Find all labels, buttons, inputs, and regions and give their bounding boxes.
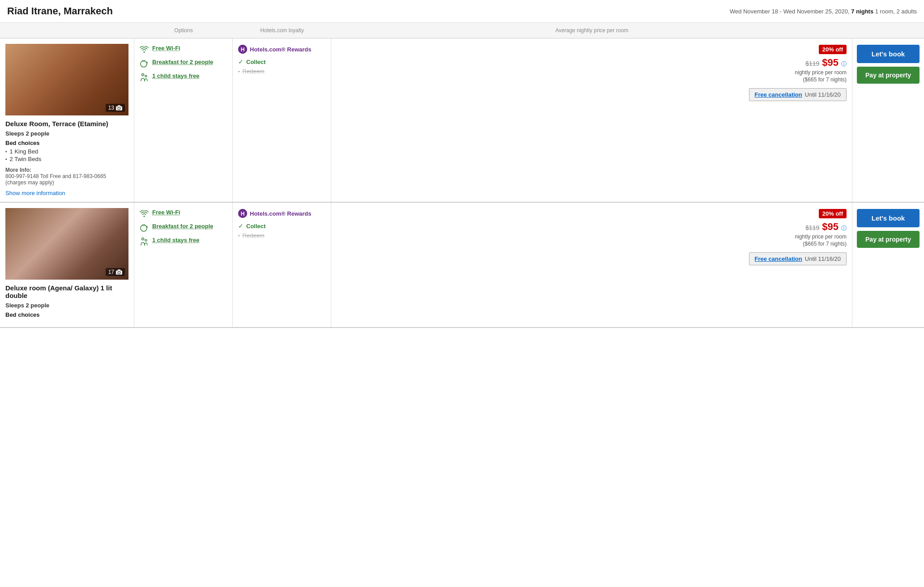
svg-rect-2 — [118, 105, 120, 106]
price-row: $119 $95 ⓘ — [805, 57, 847, 68]
book-col: Let's book Pay at property — [852, 38, 924, 202]
svg-text:H: H — [241, 211, 245, 217]
amenity-item: 1 child stays free — [140, 72, 227, 82]
collect-item: ✓ Collect — [238, 58, 325, 65]
check-icon: ✓ — [238, 222, 244, 230]
square-icon: ▪ — [238, 233, 240, 238]
price-info-icon[interactable]: ⓘ — [841, 60, 847, 68]
child-icon — [140, 73, 149, 82]
new-price: $95 — [822, 221, 838, 233]
amenity-label[interactable]: Breakfast for 2 people — [152, 223, 214, 230]
check-icon: ✓ — [238, 58, 244, 65]
lets-book-button[interactable]: Let's book — [857, 209, 920, 227]
collect-label: Collect — [246, 59, 265, 65]
bed-choices-label: Bed choices — [5, 311, 128, 318]
loyalty-col: H Hotels.com® Rewards ✓ Collect ▪ Redeem — [233, 38, 331, 202]
price-row: $119 $95 ⓘ — [805, 221, 847, 233]
amenity-item: Free Wi-Fi — [140, 209, 227, 218]
amenity-label[interactable]: Free Wi-Fi — [152, 209, 180, 216]
free-cancel-link[interactable]: Free cancellation — [755, 91, 802, 98]
collect-label: Collect — [246, 223, 265, 230]
svg-point-12 — [142, 238, 144, 240]
pay-at-property-button[interactable]: Pay at property — [857, 67, 920, 84]
price-sub1: nightly price per room — [795, 234, 847, 240]
amenity-label[interactable]: Free Wi-Fi — [152, 45, 180, 51]
col-avg-price: Average nightly price per room — [331, 26, 852, 35]
free-cancel-link[interactable]: Free cancellation — [755, 255, 802, 262]
collect-item: ✓ Collect — [238, 222, 325, 230]
book-col: Let's book Pay at property — [852, 203, 924, 327]
amenity-label[interactable]: 1 child stays free — [152, 237, 200, 243]
room-image[interactable]: 13 — [5, 44, 128, 115]
child-icon — [140, 237, 149, 246]
more-info: More Info: 800-997-9148 Toll Free and 81… — [5, 167, 128, 186]
amenity-item: Breakfast for 2 people — [140, 59, 227, 68]
old-price: $119 — [805, 224, 819, 231]
loyalty-title: Hotels.com® Rewards — [250, 46, 311, 53]
loyalty-col: H Hotels.com® Rewards ✓ Collect ▪ Redeem — [233, 203, 331, 327]
show-more-link[interactable]: Show more information — [5, 190, 65, 196]
bed-list: 1 King Bed2 Twin Beds — [5, 148, 128, 162]
cancel-date: Until 11/16/20 — [805, 255, 841, 262]
svg-text:H: H — [241, 47, 245, 53]
rooms-container: 13 Deluxe Room, Terrace (Etamine) Sleeps… — [0, 38, 924, 328]
svg-point-3 — [141, 61, 147, 67]
svg-point-4 — [142, 74, 144, 76]
cancel-date: Until 11/16/20 — [805, 91, 841, 98]
room-name: Deluxe room (Agena/ Galaxy) 1 lit double — [5, 284, 128, 299]
page-header: Riad Itrane, Marrakech Wed November 18 -… — [0, 0, 924, 23]
pay-at-property-button[interactable]: Pay at property — [857, 231, 920, 248]
room-row: 13 Deluxe Room, Terrace (Etamine) Sleeps… — [0, 38, 924, 203]
svg-point-5 — [145, 75, 147, 77]
hotel-title: Riad Itrane, Marrakech — [7, 5, 113, 17]
sleeps-label: Sleeps 2 people — [5, 130, 128, 137]
sleeps-label: Sleeps 2 people — [5, 302, 128, 309]
col-options: Options — [134, 26, 233, 35]
bed-item: 1 King Bed — [5, 148, 128, 155]
free-cancellation-box: Free cancellation Until 11/16/20 — [749, 88, 847, 101]
svg-point-13 — [145, 239, 147, 241]
redeem-item: ▪ Redeem — [238, 68, 325, 75]
options-col: Free Wi-Fi Breakfast for 2 people 1 chil… — [134, 203, 233, 327]
amenity-item: Free Wi-Fi — [140, 45, 227, 54]
lets-book-button[interactable]: Let's book — [857, 45, 920, 63]
new-price: $95 — [822, 57, 838, 68]
svg-rect-10 — [118, 269, 120, 271]
price-sub2: ($665 for 7 nights) — [803, 241, 847, 247]
redeem-label: Redeem — [243, 232, 265, 239]
price-sub1: nightly price per room — [795, 69, 847, 76]
nights-count: 7 nights — [851, 8, 873, 15]
free-cancellation-box: Free cancellation Until 11/16/20 — [749, 252, 847, 265]
wifi-icon — [140, 209, 149, 218]
photo-count: 13 — [106, 104, 125, 112]
col-book — [852, 26, 924, 35]
photo-count: 17 — [106, 268, 125, 276]
options-col: Free Wi-Fi Breakfast for 2 people 1 chil… — [134, 38, 233, 202]
amenity-label[interactable]: 1 child stays free — [152, 72, 200, 79]
col-loyalty: Hotels.com loyalty — [233, 26, 331, 35]
room-row: 17 Deluxe room (Agena/ Galaxy) 1 lit dou… — [0, 203, 924, 328]
price-col: 20% off $119 $95 ⓘ nightly price per roo… — [331, 38, 852, 202]
room-image[interactable]: 17 — [5, 208, 128, 280]
amenity-item: Breakfast for 2 people — [140, 223, 227, 232]
amenity-label[interactable]: Breakfast for 2 people — [152, 59, 214, 65]
breakfast-icon — [140, 223, 149, 232]
rewards-icon: H — [238, 209, 247, 218]
col-room — [0, 26, 134, 35]
loyalty-title: Hotels.com® Rewards — [250, 210, 311, 217]
price-col: 20% off $119 $95 ⓘ nightly price per roo… — [331, 203, 852, 327]
svg-point-11 — [141, 225, 147, 231]
wifi-icon — [140, 45, 149, 54]
bed-choices-label: Bed choices — [5, 140, 128, 146]
old-price: $119 — [805, 60, 819, 67]
room-adults: 1 room, 2 adults — [875, 8, 917, 15]
rewards-icon: H — [238, 45, 247, 54]
loyalty-header: H Hotels.com® Rewards — [238, 45, 325, 54]
price-info-icon[interactable]: ⓘ — [841, 225, 847, 232]
price-sub2: ($665 for 7 nights) — [803, 77, 847, 83]
room-name: Deluxe Room, Terrace (Etamine) — [5, 120, 128, 128]
square-icon: ▪ — [238, 69, 240, 74]
column-headers: Options Hotels.com loyalty Average night… — [0, 23, 924, 38]
discount-badge: 20% off — [819, 209, 847, 218]
room-info-col: 17 Deluxe room (Agena/ Galaxy) 1 lit dou… — [0, 203, 134, 327]
